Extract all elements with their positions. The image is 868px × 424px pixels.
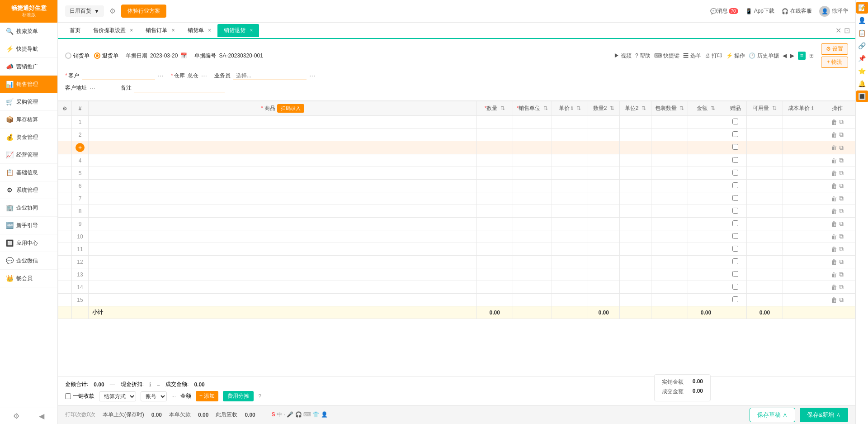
sidebar-item-finance[interactable]: 💰 资金管理	[0, 129, 57, 146]
delete-row-icon[interactable]: 🗑	[831, 271, 837, 278]
unit2-sort-icon[interactable]: ⇅	[642, 105, 646, 111]
row-qty2-cell[interactable]	[588, 281, 619, 294]
right-panel-icon-3[interactable]: 📋	[856, 27, 868, 39]
tshirt-icon[interactable]: 👕	[312, 411, 319, 418]
copy-row-icon[interactable]: ⧉	[839, 258, 844, 266]
delete-row-icon[interactable]: 🗑	[831, 296, 837, 304]
delete-row-icon[interactable]: 🗑	[831, 246, 837, 253]
one-click-checkbox-input[interactable]	[65, 393, 71, 399]
row-qty-cell[interactable]	[476, 281, 513, 294]
row-amount-cell[interactable]	[688, 205, 724, 218]
copy-row-icon[interactable]: ⧉	[839, 195, 844, 202]
row-unit2-cell[interactable]	[619, 205, 651, 218]
delete-row-icon[interactable]: 🗑	[831, 208, 837, 215]
row-qty2-cell[interactable]	[588, 218, 619, 230]
radio-return[interactable]: 退货单	[94, 52, 118, 60]
sidebar-item-system[interactable]: ⚙ 系统管理	[0, 181, 57, 199]
warehouse-dots[interactable]: ···	[201, 72, 207, 80]
right-panel-icon-4[interactable]: 🔗	[856, 40, 868, 52]
row-product-cell[interactable]	[89, 154, 477, 167]
row-pkg-qty-cell[interactable]	[651, 256, 688, 268]
row-gift-cell[interactable]	[724, 180, 747, 192]
right-panel-icon-6[interactable]: ⭐	[856, 65, 868, 77]
row-cost-price-cell[interactable]	[783, 167, 819, 180]
toolbar-operate-btn[interactable]: ⚡ 操作	[726, 52, 745, 60]
pkg-sort-icon[interactable]: ⇅	[679, 105, 684, 111]
copy-row-icon[interactable]: ⧉	[839, 131, 844, 138]
gift-checkbox[interactable]	[732, 170, 738, 176]
account-select[interactable]: 账号	[141, 391, 167, 401]
row-price-cell[interactable]	[552, 268, 588, 281]
row-price-cell[interactable]	[552, 205, 588, 218]
app-download-btn[interactable]: 📱 App下载	[745, 7, 774, 15]
row-available-cell[interactable]	[747, 154, 783, 167]
row-unit-cell[interactable]	[513, 243, 552, 256]
row-price-cell[interactable]	[552, 167, 588, 180]
row-pkg-qty-cell[interactable]	[651, 129, 688, 141]
sidebar-item-vip[interactable]: 👑 畅会员	[0, 270, 57, 287]
gift-checkbox[interactable]	[732, 144, 738, 150]
row-unit2-cell[interactable]	[619, 141, 651, 154]
row-cost-price-cell[interactable]	[783, 281, 819, 294]
row-unit-cell[interactable]	[513, 192, 552, 205]
row-product-cell[interactable]	[89, 129, 477, 141]
copy-row-icon[interactable]: ⧉	[839, 144, 844, 152]
row-qty2-cell[interactable]	[588, 243, 619, 256]
message-btn[interactable]: 💬 消息 70	[710, 7, 738, 15]
row-amount-cell[interactable]	[688, 129, 724, 141]
right-panel-icon-5[interactable]: 📌	[856, 52, 868, 64]
product-input[interactable]	[92, 144, 473, 151]
row-available-cell[interactable]	[747, 205, 783, 218]
row-qty-cell[interactable]	[476, 154, 513, 167]
logistics-btn[interactable]: + 物流	[821, 57, 848, 68]
gift-checkbox[interactable]	[732, 284, 738, 290]
row-cost-price-cell[interactable]	[783, 218, 819, 230]
row-amount-cell[interactable]	[688, 141, 724, 154]
row-amount-cell[interactable]	[688, 116, 724, 129]
delete-row-icon[interactable]: 🗑	[831, 144, 837, 151]
row-unit2-cell[interactable]	[619, 268, 651, 281]
row-cost-price-cell[interactable]	[783, 230, 819, 243]
tab-sales-order[interactable]: 销售订单 ×	[139, 24, 181, 37]
row-unit-cell[interactable]	[513, 180, 552, 192]
row-gift-cell[interactable]	[724, 268, 747, 281]
online-service-btn[interactable]: 🎧 在线客服	[782, 7, 812, 15]
copy-row-icon[interactable]: ⧉	[839, 271, 844, 278]
row-qty2-cell[interactable]	[588, 180, 619, 192]
row-available-cell[interactable]	[747, 116, 783, 129]
delete-row-icon[interactable]: 🗑	[831, 157, 837, 164]
row-qty2-cell[interactable]	[588, 230, 619, 243]
row-pkg-qty-cell[interactable]	[651, 205, 688, 218]
module-select[interactable]: 日用百货 ▼	[65, 5, 104, 17]
row-pkg-qty-cell[interactable]	[651, 167, 688, 180]
sidebar-settings-icon[interactable]: ⚙	[13, 412, 19, 420]
tab-home[interactable]: 首页	[63, 24, 87, 37]
address-dots[interactable]: ···	[90, 84, 95, 92]
row-gift-cell[interactable]	[724, 154, 747, 167]
gift-checkbox[interactable]	[732, 195, 738, 201]
row-qty2-cell[interactable]	[588, 141, 619, 154]
row-unit2-cell[interactable]	[619, 256, 651, 268]
row-unit2-cell[interactable]	[619, 154, 651, 167]
row-unit-cell[interactable]	[513, 281, 552, 294]
sidebar-collapse-icon[interactable]: ◀	[39, 412, 44, 420]
row-qty2-cell[interactable]	[588, 116, 619, 129]
row-amount-cell[interactable]	[688, 281, 724, 294]
row-qty2-cell[interactable]	[588, 268, 619, 281]
toolbar-prev-btn[interactable]: ◀	[783, 52, 787, 59]
row-amount-cell[interactable]	[688, 218, 724, 230]
delete-row-icon[interactable]: 🗑	[831, 131, 837, 138]
one-click-payment-checkbox[interactable]: 一键收款	[65, 392, 94, 400]
row-amount-cell[interactable]	[688, 294, 724, 306]
gift-checkbox[interactable]	[732, 233, 738, 239]
row-unit-cell[interactable]	[513, 230, 552, 243]
row-unit-cell[interactable]	[513, 129, 552, 141]
row-gift-cell[interactable]	[724, 205, 747, 218]
tab-return-close[interactable]: ×	[250, 27, 253, 33]
row-pkg-qty-cell[interactable]	[651, 268, 688, 281]
headset-icon[interactable]: 🎧	[295, 411, 302, 418]
row-price-cell[interactable]	[552, 116, 588, 129]
tab-delivery[interactable]: 销货单 ×	[181, 24, 217, 37]
toolbar-grid-view-btn[interactable]: ⊞	[809, 52, 814, 59]
row-cost-price-cell[interactable]	[783, 268, 819, 281]
